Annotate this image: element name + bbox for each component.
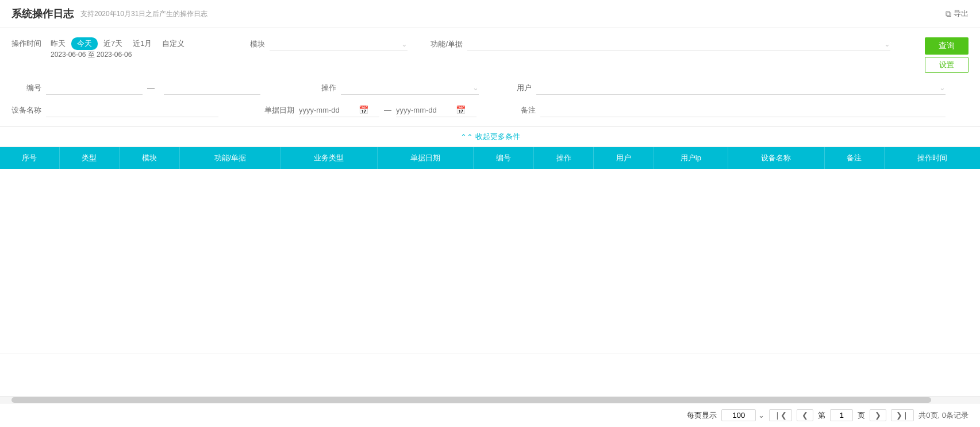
col-operation: 操作 xyxy=(533,147,593,169)
device-name-input[interactable] xyxy=(46,103,218,117)
device-name-label: 设备名称 xyxy=(11,105,46,116)
col-module: 模块 xyxy=(120,147,179,169)
operation-label: 操作 xyxy=(306,83,341,93)
col-voucher-date: 单据日期 xyxy=(377,147,474,169)
data-table-wrapper: 序号 类型 模块 功能/单据 业务类型 单据日期 编号 操作 用户 用户ip 设… xyxy=(0,147,980,396)
settings-button[interactable]: 设置 xyxy=(925,57,969,73)
date-dash: — xyxy=(384,106,391,114)
operation-time-label: 操作时间 xyxy=(11,39,46,49)
time-filter-group: 昨天 今天 近7天 近1月 自定义 xyxy=(46,37,189,50)
page-size-input[interactable] xyxy=(721,409,756,421)
time-btn-1month[interactable]: 近1月 xyxy=(128,37,156,50)
pagination-bar: 每页显示 ⌄ ❘❮ ❮ 第 页 ❯ ❯❘ 共0页, 0条记录 xyxy=(0,403,980,427)
col-user-ip: 用户ip xyxy=(654,147,728,169)
query-button[interactable]: 查询 xyxy=(925,37,969,55)
page-subtitle: 支持2020年10月31日之后产生的操作日志 xyxy=(80,9,207,19)
scroll-thumb[interactable] xyxy=(11,397,931,403)
voucher-date-label: 单据日期 xyxy=(264,105,299,116)
page-title: 系统操作日志 xyxy=(11,7,74,21)
col-operation-time: 操作时间 xyxy=(884,147,980,169)
export-icon: ⧉ xyxy=(946,9,951,19)
date-end-input[interactable] xyxy=(396,106,454,114)
col-seq: 序号 xyxy=(0,147,59,169)
module-chevron-icon: ⌄ xyxy=(401,40,408,48)
page-first-button[interactable]: ❘❮ xyxy=(769,409,792,421)
user-select[interactable]: ⌄ xyxy=(536,81,946,95)
time-btn-custom[interactable]: 自定义 xyxy=(157,37,189,50)
page-size-select[interactable]: ⌄ xyxy=(721,409,764,421)
per-page-label: 每页显示 xyxy=(687,410,717,421)
col-number: 编号 xyxy=(474,147,533,169)
remark-input[interactable] xyxy=(540,103,946,117)
collapse-chevron-icon: ⌃⌃ xyxy=(460,133,473,141)
page-label: 第 xyxy=(818,410,825,421)
function-label: 功能/单据 xyxy=(431,39,467,49)
table-body xyxy=(0,169,980,353)
time-btn-yesterday[interactable]: 昨天 xyxy=(46,37,70,50)
module-label: 模块 xyxy=(235,39,270,49)
page-size-chevron-icon: ⌄ xyxy=(758,411,764,420)
remark-label: 备注 xyxy=(506,105,540,116)
export-button[interactable]: ⧉ 导出 xyxy=(946,9,969,19)
function-select[interactable]: ⌄ xyxy=(467,37,890,51)
number-dash: — xyxy=(147,84,155,93)
page-next-button[interactable]: ❯ xyxy=(870,409,886,421)
date-end-field[interactable]: 📅 xyxy=(396,103,476,117)
date-start-input[interactable] xyxy=(299,106,356,114)
operation-chevron-icon: ⌄ xyxy=(472,83,479,92)
time-range-display: 2023-06-06 至 2023-06-06 xyxy=(51,51,132,59)
page-prev-button[interactable]: ❮ xyxy=(797,409,813,421)
empty-state xyxy=(5,175,975,347)
col-remark: 备注 xyxy=(824,147,884,169)
number-input-start[interactable] xyxy=(46,81,143,95)
page-total: 共0页, 0条记录 xyxy=(918,410,969,421)
col-device-name: 设备名称 xyxy=(728,147,824,169)
time-btn-7days[interactable]: 近7天 xyxy=(99,37,127,50)
date-start-field[interactable]: 📅 xyxy=(299,103,379,117)
number-input-end[interactable] xyxy=(164,81,260,95)
page-last-button[interactable]: ❯❘ xyxy=(891,409,914,421)
time-btn-today[interactable]: 今天 xyxy=(71,37,98,50)
col-user: 用户 xyxy=(594,147,654,169)
collapse-button[interactable]: ⌃⌃ 收起更多条件 xyxy=(460,132,520,142)
user-chevron-icon: ⌄ xyxy=(939,83,946,92)
col-type: 类型 xyxy=(59,147,119,169)
table-header-row: 序号 类型 模块 功能/单据 业务类型 单据日期 编号 操作 用户 用户ip 设… xyxy=(0,147,980,169)
horizontal-scrollbar[interactable] xyxy=(0,396,980,403)
function-chevron-icon: ⌄ xyxy=(884,40,890,48)
collapse-label: 收起更多条件 xyxy=(475,132,520,142)
action-buttons: 查询 设置 xyxy=(925,37,969,73)
page-unit: 页 xyxy=(858,410,865,421)
col-function: 功能/单据 xyxy=(179,147,280,169)
col-business-type: 业务类型 xyxy=(281,147,378,169)
operation-select[interactable]: ⌄ xyxy=(341,81,479,95)
module-select[interactable]: ⌄ xyxy=(270,37,408,51)
page-number-input[interactable] xyxy=(830,409,853,421)
calendar-start-icon[interactable]: 📅 xyxy=(359,105,368,114)
number-label: 编号 xyxy=(11,83,46,93)
user-label: 用户 xyxy=(502,83,536,93)
calendar-end-icon[interactable]: 📅 xyxy=(456,105,466,114)
data-table: 序号 类型 模块 功能/单据 业务类型 单据日期 编号 操作 用户 用户ip 设… xyxy=(0,147,980,353)
